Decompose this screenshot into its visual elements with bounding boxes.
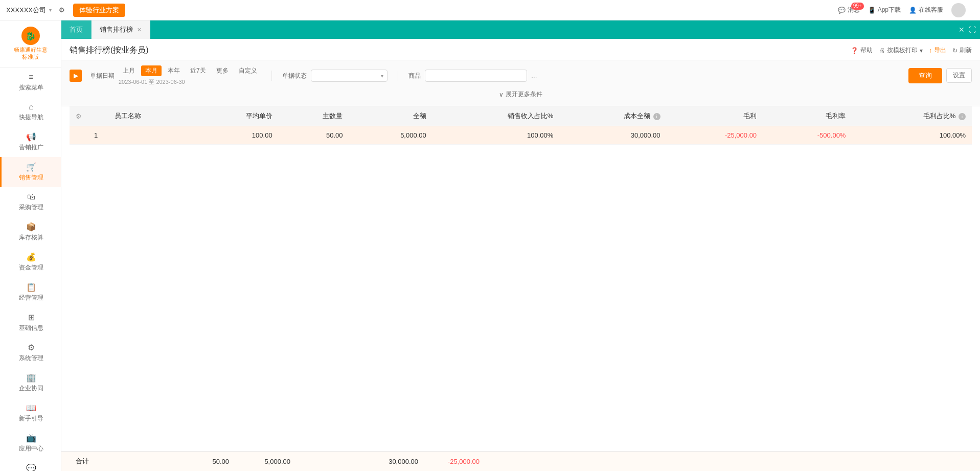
footer-sales-pct — [290, 458, 352, 465]
print-button[interactable]: 🖨 按模板打印 ▾ — [879, 46, 923, 55]
row-settings-icon[interactable] — [70, 126, 88, 145]
sidebar-item-quick-label: 快捷导航 — [19, 113, 43, 122]
col-quantity: 主数量 — [279, 106, 349, 126]
sidebar-item-guide[interactable]: 📖 新手引导 — [0, 398, 61, 428]
basic-icon: ⊞ — [28, 312, 35, 322]
filter-action-area: 查询 设置 — [908, 68, 972, 83]
status-select-wrapper — [311, 70, 388, 82]
sidebar-item-finance-label: 资金管理 — [19, 263, 43, 272]
refresh-button[interactable]: ↻ 刷新 — [952, 46, 972, 55]
date-tab-7days[interactable]: 近7天 — [186, 65, 210, 76]
refresh-label: 刷新 — [960, 46, 972, 55]
date-tab-prev-month[interactable]: 上月 — [119, 65, 139, 76]
help-icon: ❓ — [851, 47, 858, 54]
page-content: 销售排行榜(按业务员) ❓ 帮助 🖨 按模板打印 ▾ ↑ 导出 — [61, 39, 980, 471]
messages-button[interactable]: 💬 消息 99+ — [838, 6, 860, 14]
expand-chevron-icon: ∨ — [499, 91, 504, 98]
tab-sales-rank[interactable]: 销售排行榜 ✕ — [92, 20, 150, 39]
col-name: 员工名称 — [108, 106, 193, 126]
sales-icon: 🛒 — [26, 162, 36, 172]
date-tab-custom[interactable]: 自定义 — [235, 65, 261, 76]
app-label: App下载 — [878, 6, 901, 14]
sidebar-item-purchase[interactable]: 🛍 采购管理 — [0, 187, 61, 217]
sidebar-item-marketing[interactable]: 📢 营销推广 — [0, 127, 61, 157]
date-tab-year[interactable]: 本年 — [164, 65, 184, 76]
sidebar-item-search[interactable]: ≡ 搜索菜单 — [0, 68, 61, 97]
col-settings[interactable]: ⚙ — [70, 106, 88, 126]
sidebar-item-sales[interactable]: 🛒 销售管理 — [0, 157, 61, 187]
inventory-icon: 📦 — [26, 222, 36, 232]
sidebar-item-basic[interactable]: ⊞ 基础信息 — [0, 307, 61, 338]
col-amount: 全额 — [349, 106, 432, 126]
logo-icon: 🐉 — [21, 27, 40, 45]
tab-close-all-icon[interactable]: ✕ — [959, 26, 965, 34]
table-body: 1 100.00 50.00 5,000.00 100.00% 30,000.0… — [70, 126, 972, 145]
sidebar-item-search-label: 搜索菜单 — [19, 83, 43, 92]
tab-maximize-icon[interactable]: ⛶ — [969, 26, 976, 34]
page-actions: ❓ 帮助 🖨 按模板打印 ▾ ↑ 导出 ↻ 刷新 — [851, 46, 972, 55]
service-icon: 👤 — [909, 7, 917, 14]
row-profit: -25,000.00 — [667, 126, 763, 145]
content-area: 首页 销售排行榜 ✕ ✕ ⛶ 销售排行榜(按业务员) ❓ 帮助 — [61, 20, 980, 471]
print-chevron-icon: ▾ — [920, 47, 923, 54]
avatar[interactable] — [951, 3, 966, 17]
settings-icon[interactable]: ⚙ — [56, 4, 68, 16]
main-table: ⚙ 员工名称 平均单价 主数量 全额 销售收入占比% 成本全额 i 毛利 毛利率… — [70, 106, 972, 145]
marketing-icon: 📢 — [26, 132, 36, 142]
filter-settings-button[interactable]: 设置 — [946, 68, 972, 83]
service-label: 在线客服 — [919, 6, 943, 14]
row-quantity: 50.00 — [279, 126, 349, 145]
sidebar-item-quick[interactable]: ⌂ 快捷导航 — [0, 97, 61, 127]
date-tab-more[interactable]: 更多 — [212, 65, 233, 76]
app-download-button[interactable]: 📱 App下载 — [868, 6, 901, 14]
tab-close-icon[interactable]: ✕ — [137, 27, 142, 33]
home-tab-label: 首页 — [70, 25, 83, 34]
table-header-row: ⚙ 员工名称 平均单价 主数量 全额 销售收入占比% 成本全额 i 毛利 毛利率… — [70, 106, 972, 126]
tab-bar-right: ✕ ⛶ — [959, 26, 980, 34]
phone-icon: 📱 — [868, 7, 876, 14]
filter-divider-2 — [398, 71, 398, 81]
company-selector[interactable]: XXXXXX公司 ▾ — [6, 6, 52, 15]
sidebar-item-system[interactable]: ⚙ 系统管理 — [0, 338, 61, 368]
top-bar: XXXXXX公司 ▾ ⚙ 体验行业方案 💬 消息 99+ 📱 App下载 👤 在… — [0, 0, 980, 20]
sidebar-item-inventory-label: 库存核算 — [19, 233, 43, 242]
trial-button[interactable]: 体验行业方案 — [73, 4, 125, 17]
footer-quantity: 50.00 — [178, 458, 229, 465]
footer-cells: 50.00 5,000.00 30,000.00 -25,000.00 — [117, 458, 966, 465]
sidebar-item-wechat[interactable]: 💬 企业微信 — [0, 458, 61, 471]
query-button[interactable]: 查询 — [908, 68, 942, 83]
sidebar-item-inventory[interactable]: 📦 库存核算 — [0, 217, 61, 247]
row-profit-rate: -500.00% — [763, 126, 852, 145]
status-select[interactable] — [311, 70, 388, 82]
tab-home[interactable]: 首页 — [61, 20, 92, 39]
col-sales-pct: 销售收入占比% — [432, 106, 560, 126]
date-tab-current-month[interactable]: 本月 — [141, 65, 162, 76]
table-wrapper: ⚙ 员工名称 平均单价 主数量 全额 销售收入占比% 成本全额 i 毛利 毛利率… — [61, 106, 980, 451]
cost-info-icon: i — [653, 113, 660, 120]
main-layout: 🐉 畅康通好生意标准版 ≡ 搜索菜单 ⌂ 快捷导航 📢 营销推广 🛒 销售管理 … — [0, 20, 980, 471]
export-button[interactable]: ↑ 导出 — [929, 46, 946, 55]
help-button[interactable]: ❓ 帮助 — [851, 46, 873, 55]
filter-toggle-button[interactable]: ▶ — [70, 70, 82, 82]
sidebar-item-operation[interactable]: 📋 经营管理 — [0, 277, 61, 307]
goods-input[interactable] — [425, 70, 527, 82]
expand-btn-label: 展开更多条件 — [506, 90, 542, 99]
col-profit-rate: 毛利率 — [763, 106, 852, 126]
table-footer: 合计 50.00 5,000.00 30,000.00 -25,000.00 — [61, 451, 980, 471]
search-menu-icon: ≡ — [29, 73, 33, 82]
sidebar-item-enterprise[interactable]: 🏢 企业协同 — [0, 368, 61, 398]
expand-conditions-button[interactable]: ∨ 展开更多条件 — [495, 89, 546, 100]
sidebar-logo: 🐉 畅康通好生意标准版 — [0, 20, 61, 68]
col-cost: 成本全额 i — [559, 106, 666, 126]
footer-profit-pct — [531, 458, 582, 465]
status-filter-label: 单据状态 — [282, 72, 307, 80]
sidebar-item-finance[interactable]: 💰 资金管理 — [0, 247, 61, 277]
filter-area: ▶ 单据日期 上月 本月 本年 近7天 更多 自定义 — [61, 60, 980, 106]
operation-icon: 📋 — [26, 282, 36, 292]
goods-more-icon[interactable]: … — [531, 72, 537, 79]
filter-row: ▶ 单据日期 上月 本月 本年 近7天 更多 自定义 — [70, 65, 972, 86]
row-amount: 5,000.00 — [349, 126, 432, 145]
sidebar-item-apps[interactable]: 📺 应用中心 — [0, 428, 61, 458]
online-service-button[interactable]: 👤 在线客服 — [909, 6, 943, 14]
help-label: 帮助 — [860, 46, 873, 55]
